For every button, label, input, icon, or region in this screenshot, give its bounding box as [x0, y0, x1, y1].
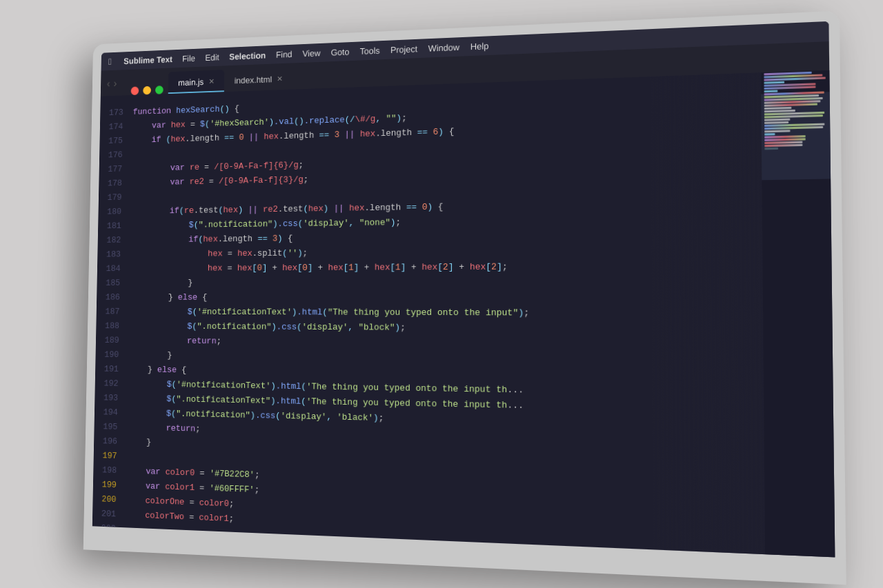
screen:  Sublime Text File Edit Selection Find …	[92, 21, 835, 556]
editor: 173 174 175 176 177 178 179 180 181 182 …	[92, 70, 835, 557]
tab-main-js[interactable]: main.js ✕	[168, 70, 225, 94]
forward-arrow-icon[interactable]: ›	[114, 77, 117, 89]
tab-index-html-close[interactable]: ✕	[277, 74, 283, 82]
code-line-185: }	[128, 274, 763, 290]
menu-project[interactable]: Project	[390, 43, 417, 54]
tab-index-html[interactable]: index.html ✕	[224, 67, 293, 92]
code-line-186: } else {	[127, 290, 763, 305]
minimap	[761, 70, 835, 557]
menu-tools[interactable]: Tools	[360, 45, 380, 56]
tab-main-js-close[interactable]: ✕	[208, 77, 214, 85]
laptop-frame:  Sublime Text File Edit Selection Find …	[83, 10, 846, 585]
tab-main-js-label: main.js	[178, 77, 204, 87]
minimize-button[interactable]	[143, 85, 151, 94]
menu-find[interactable]: Find	[276, 48, 292, 59]
back-arrow-icon[interactable]: ‹	[107, 78, 110, 90]
traffic-lights	[131, 85, 163, 95]
apple-icon: 	[108, 56, 112, 66]
menu-selection[interactable]: Selection	[229, 50, 266, 61]
minimap-content	[761, 70, 835, 556]
menu-goto[interactable]: Goto	[331, 46, 350, 57]
menu-view[interactable]: View	[302, 48, 320, 58]
code-content: function hexSearch() { var hex = $('#hex…	[123, 72, 765, 554]
menu-edit[interactable]: Edit	[205, 52, 219, 62]
menu-file[interactable]: File	[182, 52, 195, 63]
maximize-button[interactable]	[155, 85, 163, 94]
menu-window[interactable]: Window	[428, 41, 459, 53]
menu-sublime-text[interactable]: Sublime Text	[123, 54, 172, 65]
menu-help[interactable]: Help	[470, 40, 489, 51]
close-button[interactable]	[131, 86, 139, 95]
nav-arrows: ‹ ›	[107, 77, 117, 89]
tab-index-html-label: index.html	[235, 74, 272, 85]
